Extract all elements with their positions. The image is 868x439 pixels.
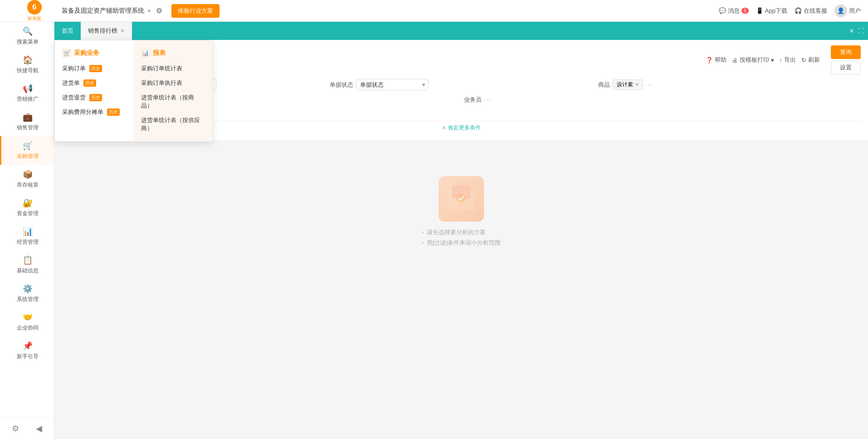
print-btn[interactable]: 🖨 按模板打印 ▾ [732,56,774,64]
phone-icon: 📱 [756,7,763,14]
stock-by-goods-label: 进货单统计表（按商品） [141,94,205,110]
message-badge: 6 [741,8,749,14]
logo-text: 标准版 [28,15,41,22]
tab-close-all-icon[interactable]: ✕ [849,27,854,35]
tab-ranking[interactable]: 销售排行榜 ✕ [81,22,132,40]
avatar: 👤 [834,5,847,17]
empty-tip-1: 请先选择要分析的方案 [422,227,501,237]
sidebar-item-system[interactable]: ⚙️ 系统管理 [0,279,54,308]
app-download-btn[interactable]: 📱 App下载 [756,7,787,15]
industry-btn[interactable]: 体验行业方案 [171,4,219,18]
stock-by-supplier-label: 进货单统计表（按供应商） [141,116,205,133]
dropdown-arrow-icon[interactable]: ▾ [148,8,151,14]
purchase-section-icon: 🛒 [62,49,71,58]
empty-illustration [439,176,484,222]
sidebar-item-basic[interactable]: 📋 基础信息 [0,251,54,279]
goods-tag[interactable]: 设计素 ✕ [613,79,643,90]
sidebar: 🔍 搜索菜单 🏠 快捷导航 📢 营销推广 💼 销售管理 🛒 采购管理 📦 库存核… [0,22,54,439]
user-btn[interactable]: 👤 用户 [834,5,861,17]
finance-icon: 🔐 [23,198,33,208]
tab-home[interactable]: 首页 [54,22,81,40]
bill-status-label: 单据状态 [330,81,353,89]
purchase-dropdown-menu: 🛒 采购业务 采购订单 历史 进货单 历史 进货退货 历史 采购费用分摊单 历史… [54,40,213,142]
dropdown-item-stock-return[interactable]: 进货退货 历史 [55,90,134,105]
sidebar-label-coop: 企业协同 [17,324,39,332]
print-dropdown-icon[interactable]: ▾ [771,57,774,64]
user-label: 用户 [849,7,861,15]
salesman-ellipsis[interactable]: ··· [484,96,492,103]
dropdown-item-expense[interactable]: 采购费用分摊单 历史 [55,105,134,119]
tab-ranking-label: 销售排行榜 [88,27,117,35]
purchase-section-title: 采购业务 [74,49,99,57]
export-btn[interactable]: ↑ 导出 [780,56,796,64]
purchase-order-label: 采购订单 [62,64,86,73]
sidebar-item-search[interactable]: 🔍 搜索菜单 [0,22,54,50]
purchase-business-col: 🛒 采购业务 采购订单 历史 进货单 历史 进货退货 历史 采购费用分摊单 历史 [55,40,134,141]
bill-status-select[interactable]: 单据状态 [356,79,429,90]
history-badge-0: 历史 [89,65,102,72]
message-btn[interactable]: 💬 消息 6 [719,7,749,15]
goods-tag-text: 设计素 [617,81,633,89]
message-icon: 💬 [719,7,726,14]
top-header: 6 标准版 装备及固定资产辅助管理系统 ▾ ⚙ 体验行业方案 💬 消息 6 📱 … [0,0,868,22]
goods-label: 商品 [598,81,610,89]
logo-area: 6 标准版 [7,0,62,22]
stock-in-label: 进货单 [62,79,80,87]
tab-expand-icon[interactable]: ⛶ [858,27,864,35]
print-label: 按模板打印 [740,56,769,64]
tab-bar: 首页 销售排行榜 ✕ ✕ ⛶ [54,22,868,40]
sidebar-item-operations[interactable]: 📊 经营管理 [0,222,54,251]
dropdown-item-order-stats[interactable]: 采购订单统计表 [134,61,213,76]
sidebar-label-guide: 新手引导 [17,353,39,360]
sidebar-label-finance: 资金管理 [17,210,39,217]
sidebar-settings-btn[interactable]: ⚙ [12,424,19,434]
sidebar-item-guide[interactable]: 📌 新手引导 [0,336,54,365]
salesman-label: 业务员 [464,96,482,104]
sidebar-item-quick[interactable]: 🏠 快捷导航 [0,50,54,79]
history-badge-3: 历史 [107,109,120,116]
help-label: 帮助 [715,56,727,64]
logo-icon: 6 [27,0,42,15]
help-btn[interactable]: ❓ 帮助 [706,56,727,64]
dropdown-item-stock-by-supplier[interactable]: 进货单统计表（按供应商） [134,113,213,136]
header-title: 装备及固定资产辅助管理系统 ▾ ⚙ 体验行业方案 [62,4,719,18]
tab-close-icon[interactable]: ✕ [120,28,125,34]
search-icon: 🔍 [23,26,33,36]
history-badge-2: 历史 [89,94,102,101]
goods-ellipsis[interactable]: ··· [646,81,653,88]
dropdown-item-stock-in[interactable]: 进货单 历史 [55,76,134,90]
query-button[interactable]: 查询 [831,45,861,59]
help-icon: ❓ [706,57,713,64]
report-section-title: 报表 [153,49,166,57]
sidebar-label-basic: 基础信息 [17,267,39,275]
report-col: 📊 报表 采购订单统计表 采购订单执行表 进货单统计表（按商品） 进货单统计表（… [134,40,213,141]
expense-label: 采购费用分摊单 [62,108,103,116]
empty-tip-2: 用[过滤]条件来缩小分析范围 [422,237,501,248]
online-service-btn[interactable]: 🎧 在线客服 [795,7,827,15]
sidebar-label-inventory: 库存核算 [17,181,39,189]
sidebar-label-sales: 销售管理 [17,124,39,132]
sidebar-item-marketing[interactable]: 📢 营销推广 [0,79,54,108]
goods-tag-close-icon[interactable]: ✕ [635,82,639,88]
sidebar-item-inventory[interactable]: 📦 库存核算 [0,165,54,193]
sidebar-label-search: 搜索菜单 [17,38,39,46]
dropdown-item-stock-by-goods[interactable]: 进货单统计表（按商品） [134,90,213,113]
sidebar-collapse-btn[interactable]: ◀ [36,424,42,434]
empty-tips: 请先选择要分析的方案 用[过滤]条件来缩小分析范围 [422,227,501,248]
dropdown-item-purchase-order[interactable]: 采购订单 历史 [55,61,134,76]
sidebar-item-coop[interactable]: 🤝 企业协同 [0,308,54,336]
sidebar-item-sales[interactable]: 💼 销售管理 [0,108,54,136]
refresh-btn[interactable]: ↻ 刷新 [801,56,820,64]
sidebar-label-system: 系统管理 [17,296,39,303]
sidebar-label-operations: 经营管理 [17,238,39,246]
settings-button[interactable]: 设置 [831,61,861,74]
guide-icon: 📌 [23,341,33,351]
dropdown-item-order-exec[interactable]: 采购订单执行表 [134,76,213,90]
settings-icon[interactable]: ⚙ [156,6,162,15]
collapse-icon: ∧ [442,124,446,131]
headset-icon: 🎧 [795,7,802,14]
sidebar-item-purchase[interactable]: 🛒 采购管理 [0,136,54,165]
sidebar-item-finance[interactable]: 🔐 资金管理 [0,193,54,222]
sales-icon: 💼 [23,112,33,122]
purchase-section-header: 🛒 采购业务 [55,46,134,61]
